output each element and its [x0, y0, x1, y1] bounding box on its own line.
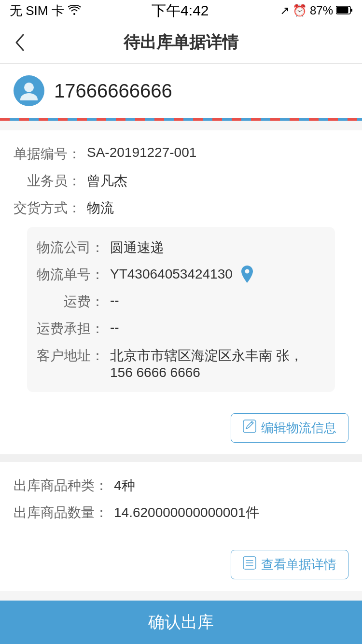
section-divider-1: [0, 454, 362, 462]
view-icon: [243, 556, 256, 573]
svg-rect-1: [350, 9, 352, 12]
edit-logistics-button[interactable]: 编辑物流信息: [231, 413, 348, 443]
document-number-row: 单据编号： SA-20191227-001: [14, 145, 348, 163]
wifi-icon: [68, 3, 81, 18]
logistics-freight-row: 运费： --: [37, 293, 325, 311]
logistics-tracking-value: YT43064053424130: [104, 266, 325, 283]
document-number-label: 单据编号：: [14, 145, 81, 163]
logistics-company-label: 物流公司：: [37, 238, 104, 257]
logistics-address-row: 客户地址： 北京市市辖区海淀区永丰南 张，156 6666 6666: [37, 347, 325, 380]
status-bar: 无 SIM 卡 下午4:42 ↗ ⏰ 87%: [0, 0, 362, 21]
view-details-label: 查看单据详情: [261, 556, 336, 573]
goods-quantity-value: 14.620000000000001件: [108, 504, 348, 522]
goods-section: 出库商品种类： 4种 出库商品数量： 14.620000000000001件: [0, 462, 362, 542]
delivery-value: 物流: [81, 199, 348, 217]
staff-value: 曾凡杰: [81, 172, 348, 190]
edit-logistics-wrapper: 编辑物流信息: [0, 404, 362, 454]
delivery-label: 交货方式：: [14, 199, 81, 217]
customer-header: 17666666666: [0, 64, 362, 118]
battery-icon: [336, 4, 352, 17]
logistics-tracking-label: 物流单号：: [37, 266, 104, 284]
dashed-divider: [0, 118, 362, 121]
logistics-freight-label: 运费：: [37, 293, 104, 311]
status-bar-right: ↗ ⏰ 87%: [280, 4, 352, 17]
logistics-address-label: 客户地址：: [37, 347, 104, 365]
status-bar-left: 无 SIM 卡: [10, 2, 81, 19]
status-bar-time: 下午4:42: [152, 1, 209, 21]
customer-phone: 17666666666: [54, 80, 172, 102]
edit-icon: [243, 420, 256, 436]
confirm-outbound-button[interactable]: 确认出库: [0, 601, 362, 644]
carrier-label: 无 SIM 卡: [10, 2, 64, 19]
edit-logistics-label: 编辑物流信息: [261, 420, 336, 436]
logistics-company-value: 圆通速递: [104, 238, 325, 257]
svg-point-3: [24, 83, 34, 92]
staff-row: 业务员： 曾凡杰: [14, 172, 348, 190]
alarm-status-icon: ⏰: [292, 4, 307, 17]
goods-type-value: 4种: [108, 476, 348, 495]
goods-quantity-row: 出库商品数量： 14.620000000000001件: [14, 504, 348, 522]
view-details-button[interactable]: 查看单据详情: [231, 550, 348, 579]
tracking-location-icon[interactable]: [238, 266, 256, 283]
page-title: 待出库单据详情: [124, 31, 238, 54]
svg-point-4: [20, 93, 38, 100]
goods-type-row: 出库商品种类： 4种: [14, 476, 348, 495]
logistics-freight-bear-label: 运费承担：: [37, 320, 104, 338]
goods-type-label: 出库商品种类：: [14, 476, 108, 495]
delivery-row: 交货方式： 物流: [14, 199, 348, 217]
view-details-wrapper: 查看单据详情: [0, 542, 362, 591]
logistics-address-value: 北京市市辖区海淀区永丰南 张，156 6666 6666: [104, 347, 325, 380]
logistics-freight-value: --: [104, 293, 325, 308]
staff-label: 业务员：: [14, 172, 81, 190]
logistics-freight-bear-value: --: [104, 320, 325, 335]
confirm-button-label: 确认出库: [148, 611, 214, 633]
location-status-icon: ↗: [280, 4, 290, 17]
back-button[interactable]: [14, 33, 25, 52]
goods-quantity-label: 出库商品数量：: [14, 504, 108, 522]
logistics-company-row: 物流公司： 圆通速递: [37, 238, 325, 257]
battery-label: 87%: [310, 4, 333, 17]
svg-rect-2: [336, 7, 348, 14]
avatar: [14, 75, 44, 106]
logistics-tracking-row: 物流单号： YT43064053424130: [37, 266, 325, 284]
logistics-card: 物流公司： 圆通速递 物流单号： YT43064053424130 运费： --…: [27, 227, 335, 392]
document-info-section: 单据编号： SA-20191227-001 业务员： 曾凡杰 交货方式： 物流 …: [0, 130, 362, 404]
logistics-freight-bear-row: 运费承担： --: [37, 320, 325, 338]
nav-bar: 待出库单据详情: [0, 21, 362, 64]
confirm-button-wrapper: 确认出库: [0, 601, 362, 644]
document-number-value: SA-20191227-001: [81, 145, 348, 160]
